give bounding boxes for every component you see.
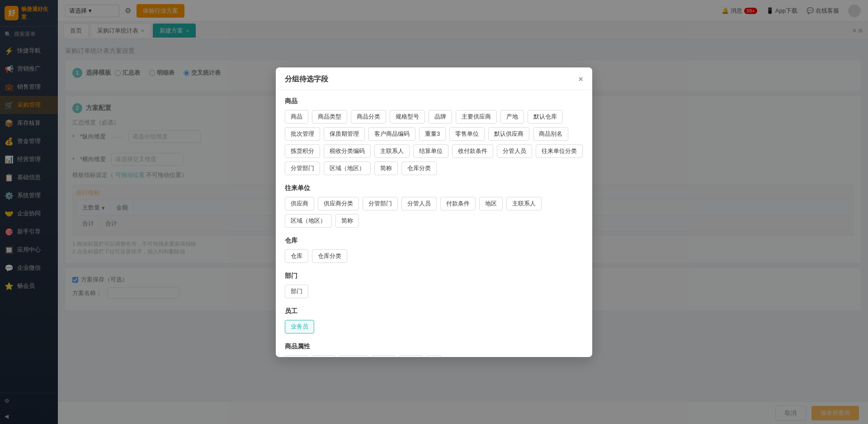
- field-settle-unit[interactable]: 结算单位: [413, 144, 448, 158]
- field-shelf-life[interactable]: 保质期管理: [324, 127, 365, 141]
- section-warehouse-fields: 仓库 仓库分类: [285, 249, 583, 263]
- section-product-attr-fields: 属性 颜色 多规格 尺码 鞋码 1: [285, 355, 583, 357]
- field-region-goods[interactable]: 区域（地区）: [324, 162, 371, 175]
- field-region[interactable]: 地区: [479, 197, 503, 210]
- modal-close-btn[interactable]: ×: [578, 75, 583, 84]
- section-partner-title: 往来单位: [285, 184, 583, 192]
- field-weight3[interactable]: 重量3: [419, 127, 446, 141]
- field-short2[interactable]: 简称: [335, 214, 359, 228]
- field-supervisor[interactable]: 分管人员: [497, 144, 532, 158]
- field-spec-type[interactable]: 规格型号: [390, 110, 425, 124]
- section-warehouse-title: 仓库: [285, 237, 583, 245]
- field-from-unit-cat[interactable]: 往来单位分类: [536, 144, 583, 158]
- field-payment-cond[interactable]: 付款条件: [440, 197, 476, 210]
- modal-header: 分组待选字段 ×: [276, 67, 592, 90]
- modal-overlay: 分组待选字段 × 商品 商品 商品类型 商品分类 规格型号 品牌 主要供应商 产…: [0, 0, 868, 424]
- field-custom1[interactable]: 1: [426, 355, 441, 357]
- field-main-supplier[interactable]: 主要供应商: [456, 110, 497, 124]
- field-origin[interactable]: 产地: [500, 110, 524, 124]
- field-default-supplier[interactable]: 默认供应商: [488, 127, 529, 141]
- section-partner: 往来单位 供应商 供应商分类 分管部门 分管人员 付款条件 地区 主联系人 区域…: [285, 184, 583, 228]
- field-default-warehouse[interactable]: 默认仓库: [528, 110, 563, 124]
- section-partner-fields: 供应商 供应商分类 分管部门 分管人员 付款条件 地区 主联系人 区域（地区） …: [285, 197, 583, 228]
- field-customer-code[interactable]: 客户商品编码: [368, 127, 415, 141]
- section-staff: 员工 业务员: [285, 307, 583, 333]
- section-dept: 部门 部门: [285, 272, 583, 298]
- field-attr[interactable]: 属性: [285, 355, 308, 357]
- field-wh-category[interactable]: 仓库分类: [312, 249, 347, 263]
- field-supplier-cat[interactable]: 供应商分类: [318, 197, 359, 210]
- section-dept-title: 部门: [285, 272, 583, 280]
- field-dept[interactable]: 分管部门: [363, 197, 398, 210]
- section-product-attr-title: 商品属性: [285, 343, 583, 351]
- field-color[interactable]: 颜色: [312, 355, 335, 357]
- section-goods: 商品 商品 商品类型 商品分类 规格型号 品牌 主要供应商 产地 默认仓库 批次…: [285, 97, 583, 175]
- field-brand[interactable]: 品牌: [429, 110, 452, 124]
- field-main-contact[interactable]: 主联系人: [374, 144, 410, 158]
- modal-title: 分组待选字段: [285, 75, 328, 84]
- field-pick-score[interactable]: 拣货积分: [285, 144, 320, 158]
- field-tax-code[interactable]: 税收分类编码: [324, 144, 371, 158]
- field-goods-type[interactable]: 商品类型: [312, 110, 347, 124]
- field-salesperson[interactable]: 业务员: [285, 320, 314, 333]
- section-goods-fields: 商品 商品类型 商品分类 规格型号 品牌 主要供应商 产地 默认仓库 批次管理 …: [285, 110, 583, 175]
- modal: 分组待选字段 × 商品 商品 商品类型 商品分类 规格型号 品牌 主要供应商 产…: [276, 67, 592, 357]
- field-wh-cat[interactable]: 仓库分类: [401, 162, 437, 175]
- modal-body: 商品 商品 商品类型 商品分类 规格型号 品牌 主要供应商 产地 默认仓库 批次…: [276, 90, 592, 357]
- field-size[interactable]: 尺码: [372, 355, 396, 357]
- field-multi-spec[interactable]: 多规格: [339, 355, 368, 357]
- field-short-name[interactable]: 简称: [374, 162, 398, 175]
- section-staff-title: 员工: [285, 307, 583, 315]
- field-wh[interactable]: 仓库: [285, 249, 308, 263]
- field-retail-unit[interactable]: 零售单位: [449, 127, 485, 141]
- field-payment-terms[interactable]: 收付款条件: [452, 144, 493, 158]
- section-product-attr: 商品属性 属性 颜色 多规格 尺码 鞋码 1: [285, 343, 583, 357]
- section-warehouse: 仓库 仓库 仓库分类: [285, 237, 583, 263]
- field-shoe-code[interactable]: 鞋码: [399, 355, 423, 357]
- field-goods-alias[interactable]: 商品别名: [533, 127, 568, 141]
- field-contact[interactable]: 主联系人: [506, 197, 542, 210]
- field-dept-person[interactable]: 分管人员: [401, 197, 437, 210]
- field-goods[interactable]: 商品: [285, 110, 308, 124]
- field-batch-mgmt[interactable]: 批次管理: [285, 127, 320, 141]
- field-supplier[interactable]: 供应商: [285, 197, 314, 210]
- field-goods-category[interactable]: 商品分类: [351, 110, 386, 124]
- section-goods-title: 商品: [285, 97, 583, 105]
- section-staff-fields: 业务员: [285, 320, 583, 333]
- section-dept-fields: 部门: [285, 285, 583, 298]
- field-manage-dept[interactable]: 分管部门: [285, 162, 320, 175]
- field-region2[interactable]: 区域（地区）: [285, 214, 332, 228]
- field-department[interactable]: 部门: [285, 285, 308, 298]
